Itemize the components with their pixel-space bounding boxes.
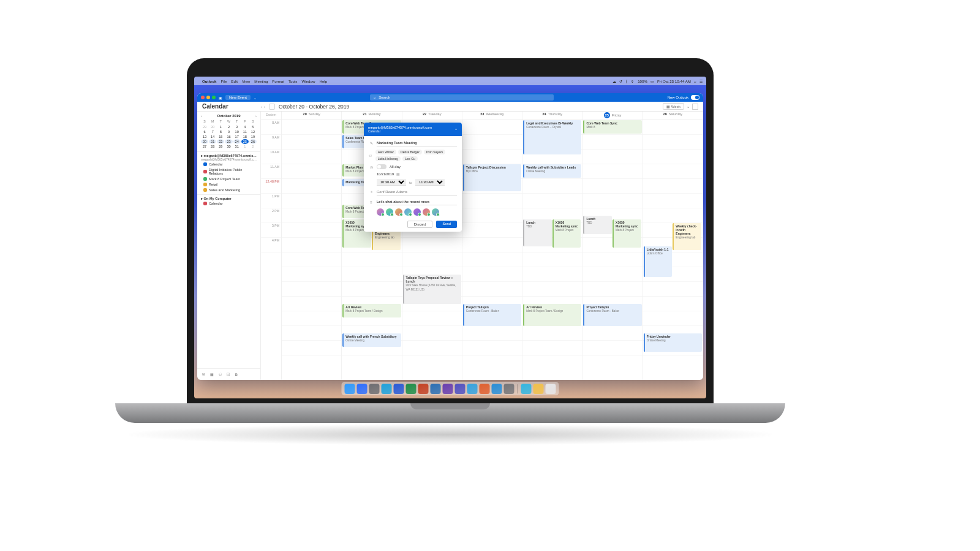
dock-app[interactable]: [394, 384, 404, 394]
calendar-item[interactable]: Retail: [201, 181, 257, 187]
next-week-button[interactable]: ›: [264, 105, 265, 108]
dock-app[interactable]: [369, 384, 380, 394]
calendar-item[interactable]: Calendar: [201, 161, 257, 167]
calendar-event[interactable]: Lidia/Isaiah 1:1Lidia's Office: [644, 246, 673, 277]
window-close-button[interactable]: [201, 96, 205, 99]
day-header[interactable]: 21Monday: [342, 112, 402, 120]
notes-icon[interactable]: 🗎: [235, 373, 238, 376]
day-header[interactable]: 24Thursday: [522, 112, 582, 120]
dock-app[interactable]: [357, 384, 368, 394]
dock-app[interactable]: [504, 384, 514, 394]
search-input[interactable]: ⌕ Search: [370, 94, 554, 101]
day-header[interactable]: 22Tuesday: [402, 112, 462, 120]
attendee-chip[interactable]: Alex Wilber: [375, 150, 396, 154]
sidebar-toggle-icon[interactable]: ▣: [219, 96, 222, 100]
mini-day[interactable]: 22: [217, 139, 224, 144]
calendar-event[interactable]: Core Web Team SyncMark 8: [583, 120, 641, 134]
mini-day[interactable]: 30: [209, 124, 216, 129]
menu-edit[interactable]: Edit: [231, 79, 238, 83]
menu-format[interactable]: Format: [272, 79, 284, 83]
mini-day[interactable]: 25: [241, 139, 249, 144]
mini-day[interactable]: 2: [249, 144, 257, 149]
macos-dock[interactable]: [342, 382, 559, 395]
calendar-picker-icon[interactable]: ▦: [396, 172, 400, 176]
dock-app[interactable]: [431, 384, 441, 394]
mini-day[interactable]: 1: [217, 124, 224, 129]
calendar-item[interactable]: Digital Initiative Public Relations: [201, 167, 257, 176]
mini-day[interactable]: 30: [225, 144, 232, 149]
menu-help[interactable]: Help: [319, 79, 327, 83]
calendar-grid[interactable]: Eastern20Sunday21Monday22Tuesday23Wednes…: [261, 112, 703, 380]
day-column[interactable]: Core Web Team SyncMark 8LunchTBDX1050 Ma…: [582, 120, 643, 380]
calendar-icon[interactable]: ▦: [210, 373, 214, 376]
dock-app[interactable]: [467, 384, 478, 394]
clock[interactable]: Fri Oct 25 10:44 AM: [657, 79, 691, 83]
mini-day[interactable]: 7: [209, 129, 216, 134]
end-time-select[interactable]: 11:30 AM: [415, 179, 445, 186]
menu-window[interactable]: Window: [301, 79, 315, 83]
mini-day[interactable]: 29: [201, 124, 208, 129]
mini-day[interactable]: 9: [225, 129, 232, 134]
mini-day[interactable]: 15: [217, 134, 224, 139]
mini-day[interactable]: 2: [225, 124, 232, 129]
mail-icon[interactable]: ✉︎: [202, 373, 205, 376]
attendee-chip[interactable]: Lidia Holloway: [375, 156, 401, 161]
discard-button[interactable]: Discard: [407, 221, 433, 228]
mini-day[interactable]: 13: [201, 134, 208, 139]
attendee-chip[interactable]: Lee Gu: [402, 156, 418, 161]
dock-app[interactable]: [480, 384, 490, 394]
calendar-event[interactable]: LunchTBD: [523, 219, 552, 246]
mini-day[interactable]: 14: [209, 134, 216, 139]
start-time-select[interactable]: 10:30 AM: [377, 179, 406, 186]
dock-app[interactable]: [443, 384, 453, 394]
mini-day[interactable]: 12: [249, 129, 257, 134]
calendar-event[interactable]: X1050 Marketing syncMark 8 Project: [552, 219, 581, 248]
day-header[interactable]: 23Wednesday: [462, 112, 522, 120]
mini-day[interactable]: 28: [209, 144, 216, 149]
calendar-item[interactable]: Calendar: [201, 200, 257, 206]
mini-day[interactable]: 3: [233, 124, 241, 129]
calendar-event[interactable]: Art ReviewMark 8 Project Team / Design: [342, 304, 401, 317]
menubar-app-name[interactable]: Outlook: [202, 79, 216, 83]
mini-day[interactable]: 23: [225, 139, 232, 144]
mini-next-icon[interactable]: ›: [255, 114, 257, 118]
calendar-event[interactable]: Tailspin Toys Proposal Review + LunchUmi…: [403, 275, 461, 304]
sync-icon[interactable]: ↺: [619, 79, 622, 83]
day-column[interactable]: Tailspin Project DiscussionMy OfficeProj…: [462, 120, 522, 380]
dock-app[interactable]: [521, 384, 532, 394]
popup-header[interactable]: meganb@M365x674574.onmicrosoft.com Calen…: [364, 123, 462, 136]
day-column[interactable]: [282, 120, 342, 380]
new-event-chevron-icon[interactable]: ⌄: [254, 96, 257, 100]
calendar-event[interactable]: Weekly check-in with EngineersEngineerin…: [673, 223, 701, 250]
all-day-toggle[interactable]: [377, 164, 386, 169]
window-zoom-button[interactable]: [212, 96, 216, 99]
prev-week-button[interactable]: ‹: [261, 105, 262, 108]
cloud-icon[interactable]: ☁︎: [612, 79, 616, 83]
day-column[interactable]: Lidia/Isaiah 1:1Lidia's OfficeWeekly che…: [643, 120, 703, 380]
menu-view[interactable]: View: [242, 79, 250, 83]
mini-day[interactable]: 29: [217, 144, 224, 149]
new-event-button[interactable]: New Event: [225, 95, 251, 100]
day-header[interactable]: 25Friday: [582, 112, 643, 120]
mini-day[interactable]: 18: [241, 134, 249, 139]
attendee-chip[interactable]: Irvin Sayers: [424, 150, 445, 154]
notes-input[interactable]: [377, 199, 457, 205]
dock-app[interactable]: [418, 384, 429, 394]
mini-day[interactable]: 26: [249, 139, 257, 144]
mini-day[interactable]: 5: [249, 124, 257, 129]
calendar-event[interactable]: Project TailspinConference Room - Baker: [583, 304, 641, 326]
mini-day[interactable]: 20: [201, 139, 208, 144]
dock-app[interactable]: [492, 384, 502, 394]
day-column[interactable]: Legal and Executives Bi-WeeklyConference…: [522, 120, 582, 380]
dock-app[interactable]: [546, 384, 556, 394]
day-header[interactable]: 20Sunday: [282, 112, 342, 120]
attendee-chip[interactable]: Debra Berger: [398, 150, 422, 154]
location-input[interactable]: [377, 189, 457, 196]
mini-day[interactable]: 10: [233, 129, 241, 134]
calendar-item[interactable]: Sales and Marketing: [201, 187, 257, 192]
dock-app[interactable]: [455, 384, 466, 394]
calendar-event[interactable]: Legal and Executives Bi-WeeklyConference…: [523, 120, 581, 154]
today-button[interactable]: [269, 104, 275, 110]
attendee-chips[interactable]: Alex WilberDebra BergerIrvin SayersLidia…: [375, 150, 457, 161]
mini-day[interactable]: 27: [201, 144, 208, 149]
